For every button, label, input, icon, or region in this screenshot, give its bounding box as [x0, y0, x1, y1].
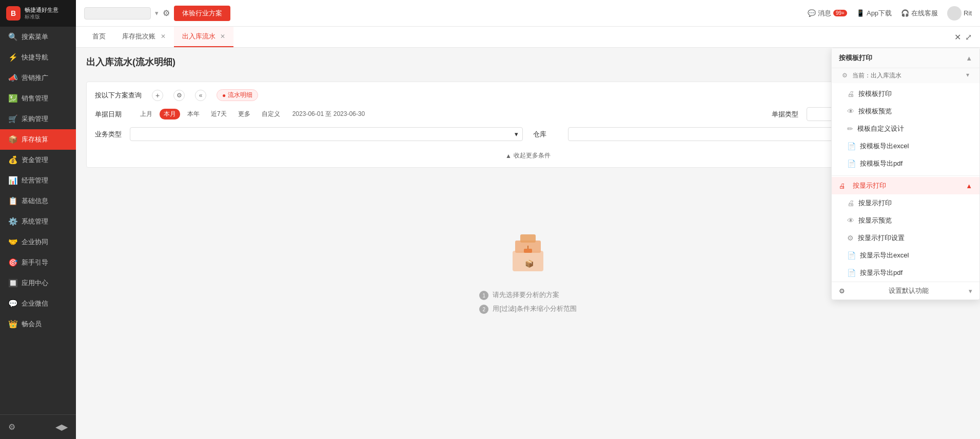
filter-add-button[interactable]: +	[152, 90, 163, 101]
sidebar-item-marketing[interactable]: 📣 营销推广	[0, 68, 76, 88]
sidebar-item-label: 基础信息	[22, 196, 48, 206]
purchase-icon: 🛒	[8, 114, 17, 124]
user-profile[interactable]: Rit	[947, 6, 972, 21]
settings-default-icon: ⚙	[839, 287, 845, 295]
step-2-text: 用[过滤]条件来缩小分析范围	[493, 304, 576, 313]
header-left: ▾ ⚙ 体验行业方案	[84, 6, 801, 21]
sidebar-item-operations[interactable]: 📊 经营管理	[0, 170, 76, 191]
online-service-action[interactable]: 🎧 在线客服	[901, 9, 938, 18]
template-export-excel-item[interactable]: 📄 按模板导出excel	[832, 137, 979, 155]
sidebar-item-sales[interactable]: 💹 销售管理	[0, 88, 76, 109]
guide-icon: 🎯	[8, 258, 17, 267]
members-icon: 👑	[8, 320, 17, 329]
sidebar-settings-icon[interactable]: ⚙	[8, 422, 15, 432]
tab-inventory-flow-close[interactable]: ✕	[220, 33, 225, 40]
date-btn-more[interactable]: 更多	[234, 109, 254, 119]
template-preview-label: 按模板预览	[858, 107, 892, 116]
sidebar-item-guide[interactable]: 🎯 新手引导	[0, 252, 76, 273]
sidebar-item-members[interactable]: 👑 畅会员	[0, 314, 76, 334]
display-print-section-header[interactable]: 🖨 按显示打印 ▲	[832, 177, 979, 194]
sidebar-item-finance[interactable]: 💰 资金管理	[0, 150, 76, 170]
sidebar-item-label: 企业微信	[22, 299, 48, 308]
step-1-text: 请先选择要分析的方案	[493, 290, 559, 300]
date-btn-this-year[interactable]: 本年	[183, 109, 204, 119]
template-print-item[interactable]: 🖨 按模板打印	[832, 85, 979, 103]
date-btn-this-month[interactable]: 本月	[160, 109, 180, 119]
template-preview-icon: 👁	[847, 107, 854, 115]
template-preview-item[interactable]: 👁 按模板预览	[832, 103, 979, 120]
display-print-section-icon: 🖨	[839, 182, 846, 190]
filter-settings-button[interactable]: ⚙	[173, 90, 185, 101]
user-name: Rit	[964, 9, 972, 17]
phone-icon: 📱	[856, 9, 865, 17]
sidebar-item-label: 应用中心	[22, 278, 48, 288]
date-btn-last-month[interactable]: 上月	[136, 109, 156, 119]
tab-inventory-flow[interactable]: 出入库流水 ✕	[174, 27, 234, 47]
sidebar-item-enterprise[interactable]: 🤝 企业协同	[0, 232, 76, 252]
app-center-icon: 🔲	[8, 278, 17, 288]
display-print-item[interactable]: 🖨 按显示打印	[832, 194, 979, 212]
tab-expand-button[interactable]: ⤢	[965, 32, 972, 42]
sidebar-item-enterprise-wx[interactable]: 💬 企业微信	[0, 293, 76, 314]
collapse-label: 收起更多条件	[514, 151, 551, 160]
template-export-pdf-item[interactable]: 📄 按模板导出pdf	[832, 155, 979, 172]
sidebar-item-inventory[interactable]: 📦 库存核算	[0, 129, 76, 150]
app-download-action[interactable]: 📱 App下载	[856, 9, 892, 18]
template-export-pdf-label: 按模板导出pdf	[860, 159, 903, 168]
sidebar-item-search-menu[interactable]: 🔍 搜索菜单	[0, 27, 76, 47]
sidebar-item-app-center[interactable]: 🔲 应用中心	[0, 273, 76, 293]
tab-inventory-flow-label: 出入库流水	[182, 32, 215, 40]
collapse-up-icon: ▲	[505, 152, 512, 159]
display-export-excel-item[interactable]: 📄 按显示导出excel	[832, 247, 979, 264]
dropdown-header: 按模板打印 ▲	[832, 48, 979, 68]
current-template-item[interactable]: ⚙ 当前：出入库流水 ▾	[832, 68, 979, 83]
display-print-settings-item[interactable]: ⚙ 按显示打印设置	[832, 229, 979, 247]
template-custom-item[interactable]: ✏ 模板自定义设计	[832, 120, 979, 137]
tab-batch-account[interactable]: 库存批次账 ✕	[114, 27, 174, 47]
tab-right-controls: ✕ ⤢	[954, 32, 972, 42]
collapse-conditions-button[interactable]: ▲ 收起更多条件	[505, 151, 551, 160]
sidebar-item-label: 采购管理	[22, 114, 48, 124]
display-export-pdf-icon: 📄	[847, 269, 856, 277]
message-action[interactable]: 💬 消息 99+	[808, 9, 847, 18]
dropdown-chevron-up: ▲	[966, 54, 972, 62]
sidebar-bottom: ⚙ ◀▶	[0, 414, 76, 439]
sidebar-item-label: 经营管理	[22, 176, 48, 185]
display-export-excel-icon: 📄	[847, 251, 856, 260]
display-preview-item[interactable]: 👁 按显示预览	[832, 212, 979, 229]
top-header: ▾ ⚙ 体验行业方案 💬 消息 99+ 📱 App下载 🎧 在线客服 Rit	[76, 0, 980, 27]
template-custom-icon: ✏	[847, 125, 853, 133]
industry-solution-button[interactable]: 体验行业方案	[174, 6, 230, 21]
footer-chevron-down: ▾	[969, 287, 972, 295]
enterprise-icon: 🤝	[8, 237, 17, 247]
date-btn-last-7-days[interactable]: 近7天	[207, 109, 231, 119]
current-template-label: 当前：出入库流水	[852, 72, 901, 79]
sidebar-scroll: 🔍 搜索菜单 ⚡ 快捷导航 📣 营销推广 💹 销售管理 🛒 采购管理 📦 库存核…	[0, 27, 76, 414]
sales-icon: 💹	[8, 94, 17, 103]
display-print-settings-label: 按显示打印设置	[858, 233, 905, 243]
template-export-excel-icon: 📄	[847, 142, 856, 150]
app-logo: B 畅捷通好生意 标准版	[0, 0, 76, 27]
business-type-select[interactable]: ▾	[130, 127, 523, 141]
logo-title: 畅捷通好生意	[25, 6, 58, 13]
template-custom-label: 模板自定义设计	[857, 124, 904, 133]
header-settings-icon[interactable]: ⚙	[163, 8, 170, 18]
tab-home[interactable]: 首页	[84, 27, 114, 47]
svg-text:📦: 📦	[525, 260, 534, 268]
date-btn-custom[interactable]: 自定义	[258, 109, 284, 119]
sidebar-toggle-icon[interactable]: ◀▶	[55, 422, 68, 432]
filter-collapse-btn[interactable]: «	[195, 90, 206, 101]
sidebar-item-system[interactable]: ⚙️ 系统管理	[0, 211, 76, 232]
tab-batch-account-close[interactable]: ✕	[161, 33, 166, 40]
dropdown-footer-settings[interactable]: ⚙ 设置默认功能 ▾	[832, 282, 979, 300]
display-export-pdf-item[interactable]: 📄 按显示导出pdf	[832, 264, 979, 282]
date-range-display: 2023-06-01 至 2023-06-30	[292, 110, 365, 118]
tab-close-all-button[interactable]: ✕	[954, 32, 961, 42]
breadcrumb-input[interactable]	[84, 7, 151, 19]
sidebar-item-basics[interactable]: 📋 基础信息	[0, 191, 76, 211]
template-export-pdf-icon: 📄	[847, 159, 856, 168]
sidebar-item-quick-nav[interactable]: ⚡ 快捷导航	[0, 47, 76, 68]
sidebar-item-label: 畅会员	[22, 320, 42, 329]
sidebar-item-purchase[interactable]: 🛒 采购管理	[0, 109, 76, 129]
filter-tag[interactable]: ● 流水明细	[217, 89, 258, 101]
